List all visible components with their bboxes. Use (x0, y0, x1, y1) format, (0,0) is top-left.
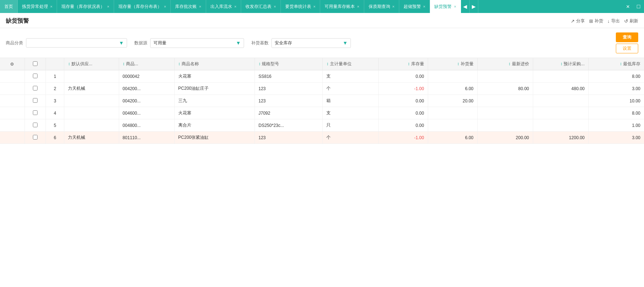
row-cb-5[interactable] (25, 132, 45, 144)
tab-inventory-status[interactable]: 现存量（库存状况表） × (57, 0, 114, 13)
sort-supplier-icon: ↕ (68, 61, 70, 66)
close-tab-available[interactable]: × (357, 4, 359, 9)
col-header-stock[interactable]: ↕ 库存量 (378, 58, 428, 70)
row-price-3 (477, 107, 533, 119)
row-price-0 (477, 70, 533, 83)
datasource-select[interactable]: 可用量 ▼ (150, 38, 244, 48)
close-tab-picking[interactable]: × (50, 4, 52, 9)
tab-batch[interactable]: 库存批次账 × (171, 0, 206, 13)
tab-overstock[interactable]: 超储预警 × (399, 0, 430, 13)
filter-bar: 商品分类 ▼ 数据源 可用量 ▼ 补货基数 安全库存 ▼ 查询 设置 (0, 28, 644, 58)
row-cb-2[interactable] (25, 95, 45, 107)
table-body: 1 0000042 火花塞 SS816 支 0.00 8.00 2 力天机械 0… (0, 70, 644, 144)
row-checkbox-1[interactable] (33, 86, 38, 90)
row-cb-0[interactable] (25, 70, 45, 83)
page-title: 缺货预警 (6, 17, 29, 25)
tab-expiry[interactable]: 保质期查询 × (364, 0, 399, 13)
close-tab-inv-status[interactable]: × (107, 4, 109, 9)
row-checkbox-2[interactable] (33, 98, 38, 103)
tab-next-button[interactable]: ▶ (470, 0, 478, 13)
refresh-button[interactable]: ↺ 刷新 (624, 18, 638, 24)
filter-actions: 查询 设置 (616, 32, 638, 53)
col-header-checkbox[interactable] (25, 58, 45, 70)
close-tab-overstock[interactable]: × (423, 4, 425, 9)
tab-bar: 首页 拣货异常处理 × 现存量（库存状况表） × 现存量（库存分布表） × 库存… (0, 0, 644, 13)
row-supplier-1: 力天机械 (64, 83, 119, 95)
close-tab-inv-dist[interactable]: × (164, 4, 166, 9)
col-header-price[interactable]: ↕ 最新进价 (477, 58, 533, 70)
row-code-3: 004600... (119, 107, 174, 119)
row-checkbox-5[interactable] (33, 135, 38, 140)
col-header-unit[interactable]: ↕ 主计量单位 (323, 58, 379, 70)
tab-inventory-dist[interactable]: 现存量（库存分布表） × (114, 0, 171, 13)
col-header-gear[interactable]: ⚙ (0, 58, 25, 70)
replenish-base-label: 补货基数 (251, 40, 269, 46)
share-button[interactable]: ↗ 分享 (571, 18, 585, 24)
row-stock-2: 0.00 (378, 95, 428, 107)
replenish-base-value: 安全库存 (275, 40, 292, 46)
refresh-icon: ↺ (624, 18, 628, 24)
row-checkbox-3[interactable] (33, 110, 38, 115)
row-supplier-2 (64, 95, 119, 107)
table-row: 4 004600... 火花塞 J7092 支 0.00 8.00 (0, 107, 644, 119)
row-forecast-5: 1200.00 (533, 132, 588, 144)
window-maximize-button[interactable]: ☐ (633, 0, 644, 13)
tab-shortage[interactable]: 缺货预警 × (430, 0, 461, 13)
row-name-3: 火花塞 (174, 107, 254, 119)
settings-button[interactable]: 设置 (616, 44, 638, 53)
category-arrow-icon: ▼ (119, 40, 124, 46)
close-tab-shortage[interactable]: × (454, 4, 456, 9)
row-cb-4[interactable] (25, 119, 45, 132)
close-tab-summary[interactable]: × (274, 4, 276, 9)
row-forecast-3 (533, 107, 588, 119)
replenish-base-select[interactable]: 安全库存 ▼ (271, 38, 351, 48)
row-checkbox-4[interactable] (33, 123, 38, 127)
page-header: 缺货预警 ↗ 分享 ⊞ 补货 ↓ 导出 ↺ 刷新 (0, 13, 644, 28)
col-header-name[interactable]: ↕ 商品名称 (174, 58, 254, 70)
row-spec-0: SS816 (255, 70, 323, 83)
col-header-spec[interactable]: ↕ 规格型号 (255, 58, 323, 70)
tab-home[interactable]: 首页 (0, 0, 18, 13)
replenish-base-arrow-icon: ▼ (343, 40, 348, 46)
row-price-5: 200.00 (477, 132, 533, 144)
col-header-restock[interactable]: ↕ 补货量 (428, 58, 477, 70)
close-tab-requisition[interactable]: × (313, 4, 316, 9)
row-code-2: 004200... (119, 95, 174, 107)
tab-picking[interactable]: 拣货异常处理 × (18, 0, 57, 13)
close-tab-inout[interactable]: × (234, 4, 236, 9)
col-header-minstk[interactable]: ↕ 最低库存 (588, 58, 644, 70)
row-spec-5: 123 (255, 132, 323, 144)
category-select[interactable]: ▼ (26, 38, 127, 48)
row-unit-3: 支 (323, 107, 379, 119)
row-restock-1: 6.00 (428, 83, 477, 95)
close-tab-batch[interactable]: × (199, 4, 201, 9)
tab-available[interactable]: 可用量库存账本 × (320, 0, 364, 13)
row-stock-4: 0.00 (378, 119, 428, 132)
row-price-1: 80.00 (477, 83, 533, 95)
tab-summary[interactable]: 收发存汇总表 × (241, 0, 280, 13)
export-button[interactable]: ↓ 导出 (608, 18, 620, 24)
col-header-forecast[interactable]: ↕ 预计采购... (533, 58, 588, 70)
row-name-4: 离合片 (174, 119, 254, 132)
sort-restock-icon: ↕ (457, 61, 459, 66)
row-name-2: 三九 (174, 95, 254, 107)
window-restore-button[interactable]: ✕ (622, 0, 633, 13)
col-header-code[interactable]: ↕ 商品... (119, 58, 174, 70)
tab-requisition[interactable]: 要货单统计表 × (281, 0, 320, 13)
close-tab-expiry[interactable]: × (392, 4, 395, 9)
tab-inout[interactable]: 出入库流水 × (206, 0, 241, 13)
row-num-2: 3 (46, 95, 64, 107)
tab-prev-button[interactable]: ◀ (461, 0, 470, 13)
table-header-row: ⚙ ↕ 默认供应... ↕ 商品... (0, 58, 644, 70)
col-header-supplier[interactable]: ↕ 默认供应... (64, 58, 119, 70)
query-button[interactable]: 查询 (616, 32, 638, 42)
row-unit-1: 个 (323, 83, 379, 95)
row-cb-3[interactable] (25, 107, 45, 119)
row-unit-5: 个 (323, 132, 379, 144)
row-supplier-3 (64, 107, 119, 119)
select-all-checkbox[interactable] (33, 61, 38, 66)
row-cb-1[interactable] (25, 83, 45, 95)
row-gear-5 (0, 132, 25, 144)
replenish-button[interactable]: ⊞ 补货 (589, 18, 603, 24)
row-checkbox-0[interactable] (33, 74, 38, 78)
